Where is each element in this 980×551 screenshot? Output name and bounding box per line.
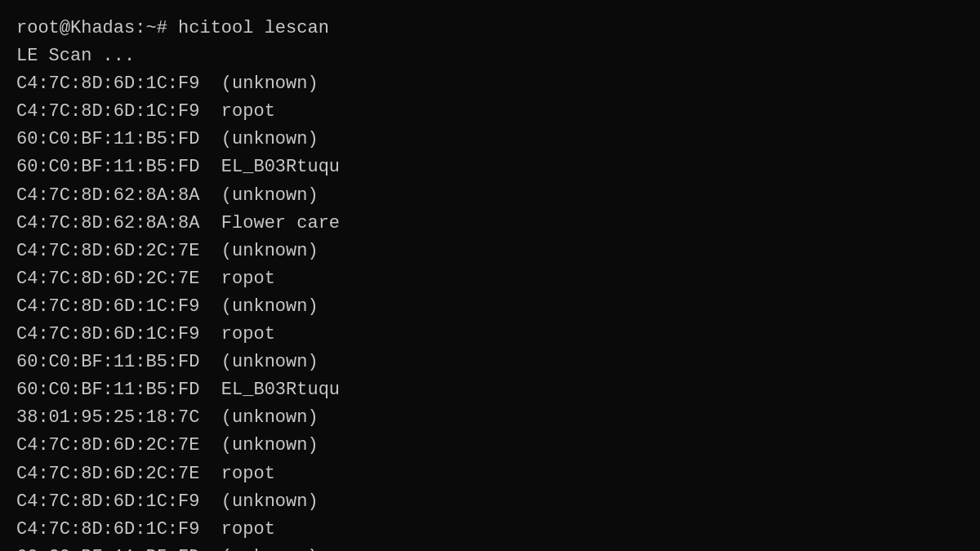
terminal-line: C4:7C:8D:6D:2C:7E (unknown) (16, 238, 964, 265)
terminal-line: C4:7C:8D:6D:2C:7E (unknown) (16, 432, 964, 460)
terminal-line: C4:7C:8D:6D:1C:F9 ropot (16, 321, 964, 349)
terminal-line: C4:7C:8D:6D:1C:F9 (unknown) (16, 70, 964, 98)
terminal-line: LE Scan ... (16, 42, 964, 70)
terminal-line: C4:7C:8D:62:8A:8A Flower care (16, 210, 964, 238)
terminal-line: C4:7C:8D:6D:2C:7E ropot (16, 265, 964, 293)
terminal-line: C4:7C:8D:6D:1C:F9 ropot (16, 98, 964, 126)
terminal-line: 60:C0:BF:11:B5:FD EL_B03Rtuqu (16, 153, 964, 181)
terminal-line: root@Khadas:~# hcitool lescan (16, 15, 964, 42)
terminal-line: C4:7C:8D:6D:1C:F9 ropot (16, 516, 964, 544)
terminal-line: C4:7C:8D:6D:2C:7E ropot (16, 460, 964, 488)
terminal-line: C4:7C:8D:6D:1C:F9 (unknown) (16, 293, 964, 321)
terminal-line: C4:7C:8D:6D:1C:F9 (unknown) (16, 488, 964, 516)
terminal-line: 38:01:95:25:18:7C (unknown) (16, 404, 964, 432)
terminal-line: 60:C0:BF:11:B5:FD (unknown) (16, 349, 964, 376)
terminal-line: 60:C0:BF:11:B5:FD (unknown) (16, 544, 964, 551)
terminal-window: root@Khadas:~# hcitool lescanLE Scan ...… (16, 15, 964, 551)
terminal-line: 60:C0:BF:11:B5:FD EL_B03Rtuqu (16, 376, 964, 404)
terminal-line: 60:C0:BF:11:B5:FD (unknown) (16, 126, 964, 153)
terminal-line: C4:7C:8D:62:8A:8A (unknown) (16, 182, 964, 210)
